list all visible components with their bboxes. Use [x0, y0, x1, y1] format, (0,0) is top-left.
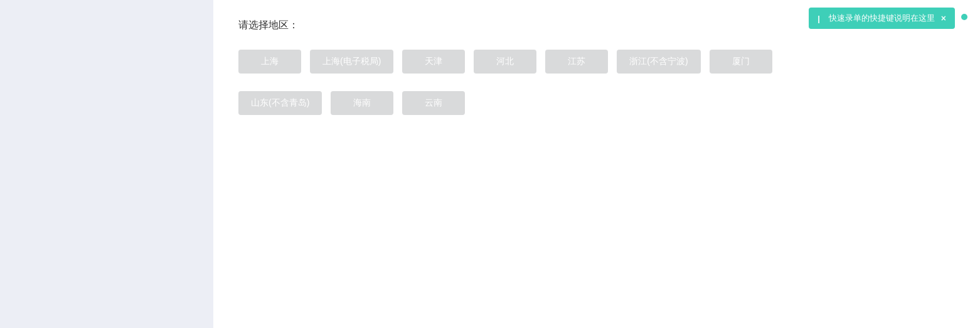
tooltip-banner: 快速录单的快捷键说明在这里 × [809, 8, 955, 29]
region-btn-jiangsu[interactable]: 江苏 [545, 50, 608, 74]
region-btn-hebei[interactable]: 河北 [474, 50, 536, 74]
sidebar [0, 0, 213, 328]
region-btn-tianjin[interactable]: 天津 [402, 50, 465, 74]
region-btn-yunnan[interactable]: 云南 [402, 91, 465, 115]
region-buttons-container: 上海上海(电子税局)天津河北江苏浙江(不含宁波)厦门山东(不含青岛)海南云南 [238, 50, 955, 115]
tooltip-text: 快速录单的快捷键说明在这里 [829, 13, 935, 24]
region-btn-hainan[interactable]: 海南 [331, 91, 393, 115]
region-btn-zhejiang[interactable]: 浙江(不含宁波) [617, 50, 700, 74]
region-btn-shanghai-etax[interactable]: 上海(电子税局) [310, 50, 393, 74]
region-btn-shandong[interactable]: 山东(不含青岛) [238, 91, 322, 115]
tooltip-close-button[interactable]: × [941, 13, 946, 23]
region-btn-shanghai[interactable]: 上海 [238, 50, 301, 74]
main-content: 请选择地区： 上海上海(电子税局)天津河北江苏浙江(不含宁波)厦门山东(不含青岛… [213, 0, 980, 328]
region-btn-xiamen[interactable]: 厦门 [710, 50, 772, 74]
tooltip-indicator-dot [961, 14, 967, 20]
